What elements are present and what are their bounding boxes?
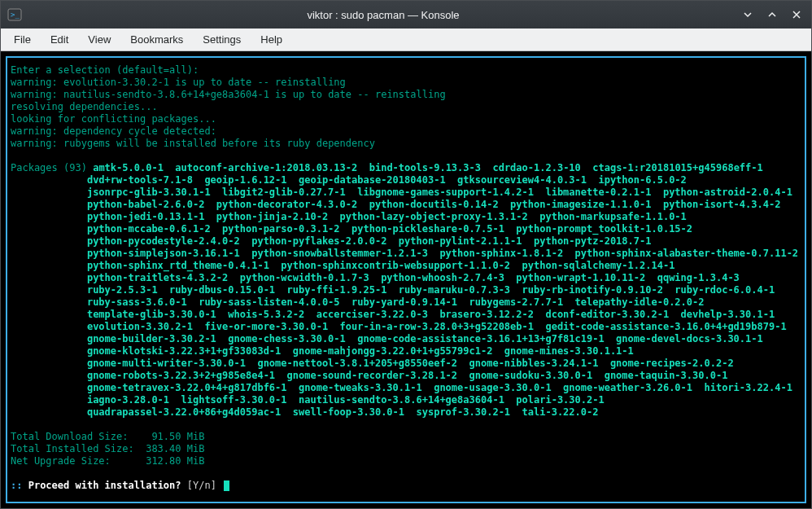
cursor (224, 480, 229, 491)
menu-view[interactable]: View (78, 29, 120, 50)
menubar: File Edit View Bookmarks Settings Help (1, 29, 811, 51)
terminal-line: warning: nautilus-sendto-3.8.6+14+ge8a36… (11, 89, 801, 101)
menu-bookmarks[interactable]: Bookmarks (120, 29, 193, 50)
menu-file[interactable]: File (4, 29, 41, 50)
terminal-line: quadrapassel-3.22.0+86+g4d059ac-1 swell-… (11, 406, 801, 419)
minimize-button[interactable] (740, 7, 756, 23)
terminal-line: python-traitlets-4.3.2-2 python-wcwidth-… (11, 272, 801, 284)
terminal-line (11, 150, 801, 162)
menu-help[interactable]: Help (251, 29, 292, 50)
terminal-line: resolving dependencies... (11, 101, 801, 113)
terminal-wrap: Enter a selection (default=all):warning:… (1, 51, 811, 508)
terminal-line: Total Download Size: 91.50 MiB (11, 431, 801, 443)
terminal-line: python-jedi-0.13.1-1 python-jinja-2.10-2… (11, 211, 801, 223)
terminal-line: :: Proceed with installation? [Y/n] (11, 480, 801, 492)
terminal-line: iagno-3.28.0-1 lightsoff-3.30.0-1 nautil… (11, 394, 801, 406)
terminal-line: gnome-tetravex-3.22.0+4+g817dbf6-1 gnome… (11, 382, 801, 394)
terminal-line: python-babel-2.6.0-2 python-decorator-4.… (11, 199, 801, 211)
terminal-line: Total Installed Size: 383.40 MiB (11, 443, 801, 455)
terminal-line: warning: dependency cycle detected: (11, 125, 801, 138)
terminal-line: template-glib-3.30.0-1 whois-5.3.2-2 acc… (11, 309, 801, 321)
terminal-line: gnome-multi-writer-3.30.0-1 gnome-nettoo… (11, 358, 801, 370)
terminal-line: Enter a selection (default=all): (11, 64, 801, 77)
maximize-button[interactable] (764, 7, 780, 23)
window-controls (740, 7, 805, 23)
terminal[interactable]: Enter a selection (default=all):warning:… (6, 56, 806, 503)
terminal-line: python-simplejson-3.16.1-1 python-snowba… (11, 248, 801, 260)
terminal-line (11, 419, 801, 431)
terminal-line: gnome-builder-3.30.2-1 gnome-chess-3.30.… (11, 333, 801, 345)
terminal-line: warning: rubygems will be installed befo… (11, 138, 801, 150)
terminal-line: looking for conflicting packages... (11, 113, 801, 125)
terminal-line: gnome-robots-3.22.3+2+g985e8e4-1 gnome-s… (11, 370, 801, 382)
terminal-line: dvd+rw-tools-7.1-8 geoip-1.6.12-1 geoip-… (11, 174, 801, 186)
app-icon: >_ (7, 7, 22, 22)
terminal-line: python-pycodestyle-2.4.0-2 python-pyflak… (11, 235, 801, 248)
terminal-line: warning: evolution-3.30.2-1 is up to dat… (11, 77, 801, 89)
close-button[interactable] (788, 7, 805, 23)
terminal-line (11, 467, 801, 480)
terminal-line: python-sphinx_rtd_theme-0.4.1-1 python-s… (11, 260, 801, 272)
terminal-line: ruby-sass-3.6.0-1 ruby-sass-listen-4.0.0… (11, 296, 801, 309)
menu-settings[interactable]: Settings (193, 29, 251, 50)
terminal-line: evolution-3.30.2-1 five-or-more-3.30.0-1… (11, 321, 801, 333)
terminal-line: jsonrpc-glib-3.30.1-1 libgit2-glib-0.27.… (11, 186, 801, 199)
terminal-line: Packages (93) amtk-5.0.0-1 autoconf-arch… (11, 162, 801, 174)
titlebar: >_ viktor : sudo pacman — Konsole (1, 1, 811, 29)
terminal-line: gnome-klotski-3.22.3+1+gf33083d-1 gnome-… (11, 345, 801, 358)
terminal-line: ruby-2.5.3-1 ruby-dbus-0.15.0-1 ruby-ffi… (11, 284, 801, 296)
svg-text:>_: >_ (11, 11, 20, 19)
menu-edit[interactable]: Edit (41, 29, 78, 50)
terminal-line: Net Upgrade Size: 312.80 MiB (11, 455, 801, 467)
window-title: viktor : sudo pacman — Konsole (27, 9, 740, 21)
terminal-line: python-mccabe-0.6.1-2 python-parso-0.3.1… (11, 223, 801, 235)
